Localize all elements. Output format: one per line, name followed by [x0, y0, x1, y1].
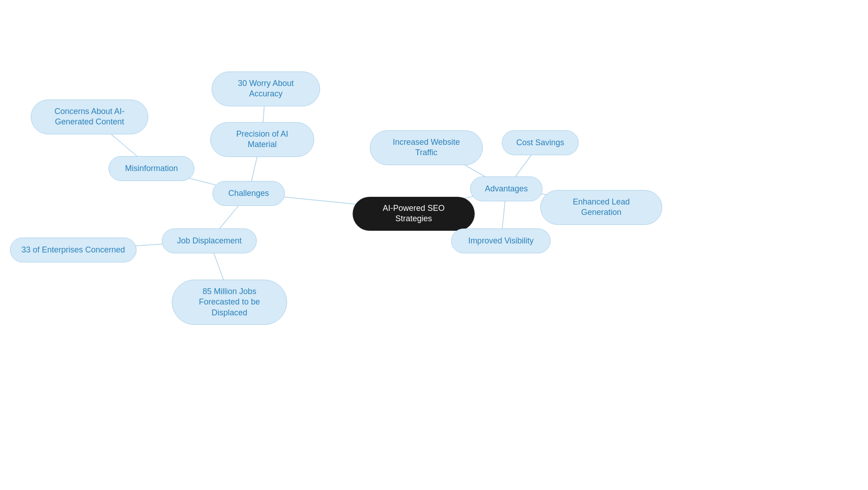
node-aiGeneratedContent: Concerns About AI-Generated Content: [31, 100, 148, 134]
node-improvedVisibility: Improved Visibility: [451, 228, 551, 253]
node-enhancedLead: Enhanced Lead Generation: [540, 190, 662, 225]
node-costSavings: Cost Savings: [502, 130, 579, 155]
node-precisionAI: Precision of AI Material: [210, 122, 314, 157]
node-misinformation: Misinformation: [108, 156, 194, 181]
node-center: AI-Powered SEO Strategies: [353, 197, 475, 231]
node-millionJobs: 85 Million Jobs Forecasted to be Displac…: [172, 280, 287, 325]
node-jobDisplacement: Job Displacement: [162, 228, 257, 253]
node-advantages: Advantages: [470, 176, 542, 201]
node-challenges: Challenges: [212, 181, 285, 206]
node-enterprisesConcerned: 33 of Enterprises Concerned: [10, 238, 137, 262]
node-websiteTraffic: Increased Website Traffic: [370, 130, 483, 165]
node-worryAccuracy: 30 Worry About Accuracy: [212, 71, 320, 106]
